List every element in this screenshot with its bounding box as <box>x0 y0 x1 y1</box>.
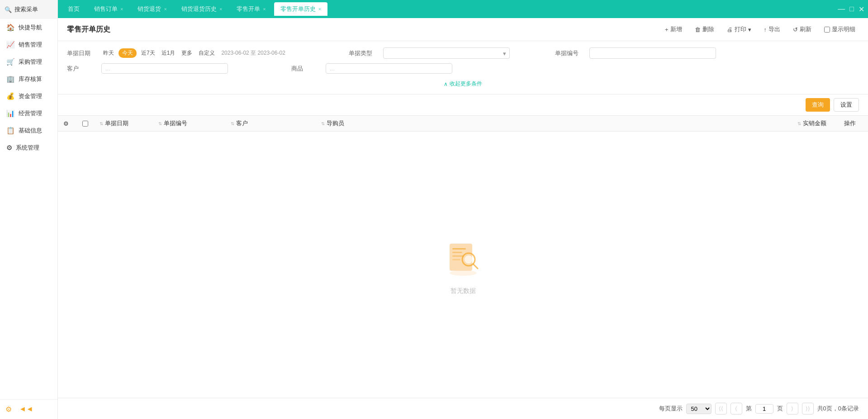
date-opt-more[interactable]: 更多 <box>180 48 194 58</box>
settings-label: 设置 <box>840 101 852 109</box>
th-date[interactable]: ⇅ 单据日期 <box>94 119 153 127</box>
tab-sales-order-close[interactable]: × <box>120 6 123 12</box>
sidebar-item-operations[interactable]: 📊 经营管理 <box>0 105 57 122</box>
tab-sales-return-history-label: 销货退货历史 <box>181 5 217 13</box>
tabs-bar: 首页 销售订单 × 销货退货 × 销货退货历史 × 零售开单 × 零售开单历史 … <box>58 0 868 18</box>
date-opt-yesterday[interactable]: 昨天 <box>101 48 116 58</box>
tab-retail-open-label: 零售开单 <box>237 5 260 13</box>
total-info: 共0页，0条记录 <box>817 405 859 413</box>
tab-sales-return-history-close[interactable]: × <box>219 6 222 12</box>
collapse-row: ∧ 收起更多条件 <box>67 78 859 88</box>
goods-label: 商品 <box>291 65 317 73</box>
th-guide[interactable]: ⇅ 导购员 <box>316 119 370 127</box>
th-amount-sort-icon: ⇅ <box>797 121 801 126</box>
sidebar-item-quick-nav[interactable]: 🏠 快捷导航 <box>0 19 57 36</box>
svg-rect-5 <box>452 259 460 260</box>
empty-text: 暂无数据 <box>451 287 476 295</box>
tab-sales-return-history[interactable]: 销货退货历史 × <box>175 2 228 16</box>
tab-sales-return-close[interactable]: × <box>164 6 166 12</box>
sidebar-item-system[interactable]: ⚙ 系统管理 <box>0 139 57 156</box>
settings-bottom-icon[interactable]: ⚙ <box>5 405 12 414</box>
toolbar: + 新增 🗑 删除 🖨 打印 ▾ ↑ 导出 ↺ 刷新 <box>661 24 859 35</box>
collapse-up-icon: ∧ <box>444 81 448 87</box>
collapse-label: 收起更多条件 <box>450 80 482 88</box>
search-icon: 🔍 <box>5 6 12 13</box>
tab-retail-history[interactable]: 零售开单历史 × <box>274 2 327 16</box>
collapse-sidebar-icon[interactable]: ◄◄ <box>19 405 33 414</box>
display-detail-checkbox[interactable] <box>824 27 830 33</box>
table-area: ⚙ ⇅ 单据日期 ⇅ 单据编号 ⇅ 客户 ⇅ <box>58 116 868 398</box>
content-area: 零售开单历史 + 新增 🗑 删除 🖨 打印 ▾ ↑ 导出 <box>58 18 868 419</box>
th-customer-sort-icon: ⇅ <box>231 121 234 126</box>
sidebar-item-sales-mgmt[interactable]: 📈 销售管理 <box>0 36 57 53</box>
customer-label: 客户 <box>67 65 92 73</box>
print-button[interactable]: 🖨 打印 ▾ <box>723 24 755 35</box>
window-restore-icon[interactable]: □ <box>849 5 854 14</box>
delete-button[interactable]: 🗑 删除 <box>691 24 718 35</box>
export-button[interactable]: ↑ 导出 <box>760 24 784 35</box>
sidebar-item-inventory[interactable]: 🏢 库存核算 <box>0 71 57 88</box>
sidebar-item-label: 经营管理 <box>19 109 42 118</box>
add-icon: + <box>665 26 669 33</box>
tab-retail-open-close[interactable]: × <box>263 6 266 12</box>
th-no[interactable]: ⇅ 单据编号 <box>153 119 225 127</box>
tab-retail-history-close[interactable]: × <box>318 6 321 12</box>
th-amount-label: 实销金额 <box>803 119 826 127</box>
window-minimize-icon[interactable]: — <box>838 5 845 14</box>
display-detail-checkbox-wrap[interactable]: 显示明细 <box>821 24 859 35</box>
settings-button[interactable]: 设置 <box>834 98 859 112</box>
main-area: 首页 销售订单 × 销货退货 × 销货退货历史 × 零售开单 × 零售开单历史 … <box>58 0 868 419</box>
search-menu-label: 搜索采单 <box>14 5 38 14</box>
th-amount[interactable]: ⇅ 实销金额 <box>778 119 832 127</box>
print-arrow-icon: ▾ <box>748 26 751 33</box>
th-date-label: 单据日期 <box>105 119 128 127</box>
date-opt-1month[interactable]: 近1月 <box>160 48 177 58</box>
prev-page-button[interactable]: ⟨ <box>730 403 742 414</box>
th-customer[interactable]: ⇅ 客户 <box>225 119 316 127</box>
sidebar-item-purchase-mgmt[interactable]: 🛒 采购管理 <box>0 53 57 71</box>
tab-sales-order[interactable]: 销售订单 × <box>88 2 129 16</box>
add-button[interactable]: + 新增 <box>661 24 686 35</box>
sidebar-item-finance[interactable]: 💰 资金管理 <box>0 88 57 105</box>
per-page-label: 每页显示 <box>659 405 683 413</box>
last-page-button[interactable]: ⟩⟩ <box>802 403 814 414</box>
customer-input-wrap[interactable]: ... <box>101 63 228 74</box>
th-no-label: 单据编号 <box>164 119 187 127</box>
date-opt-custom[interactable]: 自定义 <box>197 48 217 58</box>
doc-type-select-wrap <box>383 47 510 59</box>
doc-type-select[interactable] <box>383 47 510 59</box>
tab-sales-return-label: 销货退货 <box>138 5 161 13</box>
select-all-checkbox[interactable] <box>82 121 88 127</box>
finance-icon: 💰 <box>6 92 15 100</box>
delete-icon: 🗑 <box>695 26 701 33</box>
doc-type-label: 单据类型 <box>349 49 374 57</box>
tab-retail-open[interactable]: 零售开单 × <box>230 2 272 16</box>
query-button[interactable]: 查询 <box>806 98 830 112</box>
tabs-bar-right: — □ ✕ <box>838 5 864 14</box>
first-page-button[interactable]: ⟨⟨ <box>715 403 727 414</box>
tab-sales-return[interactable]: 销货退货 × <box>131 2 173 16</box>
refresh-button[interactable]: ↺ 刷新 <box>789 24 815 35</box>
tab-home[interactable]: 首页 <box>62 2 86 16</box>
date-opt-7days[interactable]: 近7天 <box>139 48 157 58</box>
goods-input-wrap[interactable]: ... <box>326 63 452 74</box>
search-menu-item[interactable]: 🔍 搜索采单 <box>0 0 57 19</box>
date-opt-today[interactable]: 今天 <box>119 48 137 58</box>
th-checkbox[interactable] <box>76 121 94 127</box>
next-page-button[interactable]: ⟩ <box>787 403 798 414</box>
add-label: 新增 <box>670 25 682 33</box>
page-header: 零售开单历史 + 新增 🗑 删除 🖨 打印 ▾ ↑ 导出 <box>58 18 868 41</box>
per-page-select[interactable]: 50 20 100 <box>686 404 711 414</box>
tab-retail-history-label: 零售开单历史 <box>280 5 316 13</box>
window-close-icon[interactable]: ✕ <box>859 5 864 14</box>
collapse-button[interactable]: ∧ 收起更多条件 <box>444 80 482 88</box>
sidebar-item-label: 系统管理 <box>16 144 39 152</box>
page-number-input[interactable] <box>755 404 773 414</box>
filter-row-2: 客户 ... 商品 ... <box>67 63 859 74</box>
sidebar-item-label: 基础信息 <box>19 127 42 135</box>
sidebar-item-basic-info[interactable]: 📋 基础信息 <box>0 122 57 139</box>
th-gear[interactable]: ⚙ <box>58 120 76 127</box>
empty-state: 暂无数据 <box>58 132 868 398</box>
refresh-label: 刷新 <box>800 25 811 33</box>
doc-no-input[interactable] <box>589 47 716 59</box>
